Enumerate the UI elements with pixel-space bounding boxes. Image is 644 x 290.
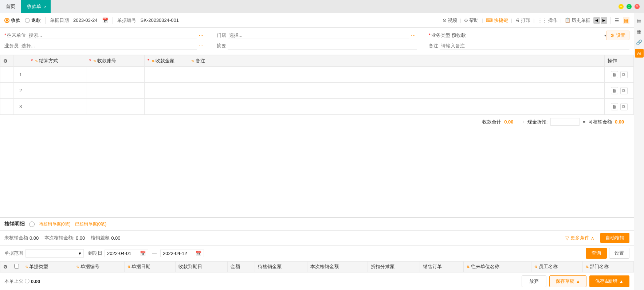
btcol-settings[interactable]: ⚙ (0, 262, 11, 272)
print-button[interactable]: 🖨 打印 (515, 17, 530, 24)
col-header-remark[interactable]: ⇅ 备注 (188, 55, 605, 67)
save-new-button[interactable]: 保存&新增 ▲ (589, 275, 629, 287)
auto-hexiao-button[interactable]: 自动核销 (600, 233, 629, 243)
row-delete-button-3[interactable]: 🗑 (611, 103, 618, 110)
store-more-button[interactable]: ··· (409, 32, 417, 39)
remark-input[interactable] (440, 42, 629, 50)
btcol-type[interactable]: ⇅ 单据类型 (22, 262, 73, 272)
ops-button[interactable]: ⋮⋮ 操作 (538, 17, 558, 24)
store-field-label: 门店 (217, 32, 226, 39)
nav-next-button[interactable]: ▶ (601, 17, 607, 24)
btcol-amount[interactable]: 金额 (228, 262, 255, 272)
settings-button[interactable]: ⚙ 设置 (606, 31, 629, 40)
col-header-shoukuan[interactable]: * ⇅ 收款账号 (86, 55, 145, 67)
tab-active[interactable]: 收款单 × (21, 0, 51, 13)
table-cell-shoukuan-1[interactable] (86, 67, 145, 83)
table-cell-jiesuan-3[interactable] (28, 99, 86, 115)
history-button[interactable]: 📋 历史单据 (565, 17, 590, 24)
filter-settings-button[interactable]: 设置 (609, 248, 629, 259)
table-cell-amount-3[interactable] (145, 99, 188, 115)
col-header-settings[interactable]: ⚙ (0, 55, 13, 67)
table-cell-shoukuan-2[interactable] (86, 83, 145, 99)
biztype-value: 预收款 (452, 32, 604, 39)
hexiao-info-icon[interactable]: i (29, 222, 35, 227)
table-cell-jiesuan-2[interactable] (28, 83, 86, 99)
tab-home[interactable]: 首页 (0, 0, 21, 13)
window-close-button[interactable]: × (635, 4, 640, 9)
tab-home-label: 首页 (6, 3, 15, 10)
btcol-discount[interactable]: 折扣分摊额 (368, 262, 420, 272)
store-input[interactable] (228, 32, 409, 39)
tab-pending[interactable]: 待核销单据(0笔) (39, 221, 71, 227)
btcol-pending[interactable]: 待核销金额 (255, 262, 307, 272)
table-cell-amount-1[interactable] (145, 67, 188, 83)
more-conditions-button[interactable]: ▽ 更多条件 ∧ (565, 235, 594, 241)
btcol-store[interactable]: ⇅ 部门名称 (582, 262, 633, 272)
toolbar: 收款 退款 单据日期 2023-03-24 📅 单据编号 SK-20230324… (0, 13, 634, 28)
btcol-sales-order[interactable]: 销售订单 (420, 262, 464, 272)
video-button[interactable]: ⊙ 视频 (443, 17, 457, 24)
tab-close-icon[interactable]: × (44, 4, 46, 9)
row-copy-button-1[interactable]: ⧉ (620, 71, 628, 78)
btcol-discount-label: 折扣分摊额 (371, 264, 394, 269)
btcol-checkbox[interactable] (11, 262, 22, 272)
sidebar-table-icon[interactable]: ▤ (635, 16, 644, 25)
staff-input[interactable] (20, 42, 197, 50)
nav-prev-button[interactable]: ◀ (593, 17, 600, 24)
row-delete-button-2[interactable]: 🗑 (611, 87, 618, 94)
row-copy-button-2[interactable]: ⧉ (620, 87, 628, 94)
abandon-button[interactable]: 放弃 (522, 275, 546, 287)
select-all-checkbox[interactable] (14, 264, 19, 269)
footer-bill-label: 本单上欠 (4, 278, 23, 285)
date-from-calendar-icon[interactable]: 📅 (140, 251, 146, 256)
sidebar-grid-icon[interactable]: ▦ (635, 27, 644, 36)
date-calendar-icon[interactable]: 📅 (102, 17, 108, 23)
shortcut-button[interactable]: ⌨ 快捷键 (486, 17, 508, 24)
btcol-current[interactable]: 本次核销金额 (307, 262, 368, 272)
query-button[interactable]: 查询 (586, 248, 607, 259)
row-copy-button-3[interactable]: ⧉ (620, 103, 628, 110)
col-header-amount[interactable]: * ⇅ 收款金额 (145, 55, 188, 67)
table-cell-remark-2[interactable] (188, 83, 605, 99)
cash-discount-label: 现金折扣: (527, 119, 548, 125)
layout-list-button[interactable]: ☰ (613, 17, 620, 24)
table-cell-remark-1[interactable] (188, 67, 605, 83)
sidebar-link-icon[interactable]: 🔗 (635, 38, 644, 47)
col-header-jiesuan[interactable]: * ⇅ 结算方式 (28, 55, 86, 67)
cash-discount-input[interactable] (550, 118, 580, 126)
layout-grid-button[interactable]: ▦ (623, 17, 629, 24)
btcol-date[interactable]: ⇅ 单据日期 (124, 262, 175, 272)
window-maximize-button[interactable]: □ (627, 4, 632, 9)
table-cell-remark-3[interactable] (188, 99, 605, 115)
row-delete-button-1[interactable]: 🗑 (611, 71, 618, 78)
staff-more-button[interactable]: ··· (197, 43, 205, 49)
table-cell-amount-2[interactable] (145, 83, 188, 99)
save-draft-label: 保存草稿 (555, 278, 574, 285)
summary-eq: = (582, 119, 585, 125)
biztype-required-star: * (429, 33, 431, 38)
col-shoukuan-label: 收款账号 (97, 58, 116, 63)
radio-shoukuan[interactable]: 收款 (4, 17, 20, 24)
save-draft-button[interactable]: 保存草稿 ▲ (549, 275, 587, 287)
sidebar-ai-icon[interactable]: Ai (635, 49, 644, 58)
date-to-calendar-icon[interactable]: 📅 (196, 251, 201, 256)
btcol-number[interactable]: ⇅ 单据编号 (73, 262, 124, 272)
abstract-input[interactable] (228, 42, 417, 50)
table-cell-jiesuan-1[interactable] (28, 67, 86, 83)
date-to-input[interactable] (163, 251, 196, 256)
table-cell-shoukuan-3[interactable] (86, 99, 145, 115)
btcol-staff[interactable]: ⇅ 员工名称 (531, 262, 582, 272)
tab-done[interactable]: 已核销单据(0笔) (75, 221, 107, 227)
date-from-input[interactable] (107, 251, 140, 256)
radio-tuikuan[interactable]: 退款 (25, 17, 41, 24)
btcol-partner[interactable]: ⇅ 往来单位名称 (464, 262, 531, 272)
settings-icon: ⚙ (3, 58, 8, 64)
footer-info-icon[interactable]: ⓘ (25, 278, 30, 285)
partner-more-button[interactable]: ··· (197, 32, 205, 39)
btcol-due[interactable]: 收款到期日 (176, 262, 228, 272)
table-cell-num-3: 3 (13, 99, 28, 115)
partner-input[interactable] (27, 32, 197, 39)
help-button[interactable]: ⊙ 帮助 (464, 17, 479, 24)
range-filter-select[interactable]: ▾ (25, 249, 84, 258)
window-minimize-button[interactable]: − (619, 4, 624, 9)
